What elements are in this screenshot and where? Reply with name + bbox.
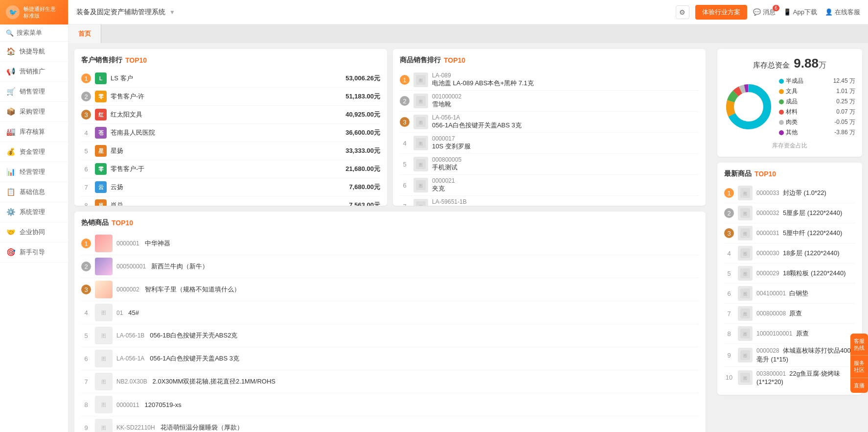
newest-product-row: 10 图 003800001 22g鱼豆腐·烧烤味 (1*12*20) [724,367,855,388]
tab-home[interactable]: 首页 [69,24,101,43]
customer-name: 苍南县人民医院 [111,128,342,137]
newest-product-name: 18多层 (1220*2440) [781,249,839,257]
sidebar-item-collab[interactable]: 🤝 企业协同 [0,222,68,242]
hot-product-row: 9 图 KK-SD22110H 花语萌恒温分腿睡袋（厚款） [81,416,699,432]
newest-product-info: 0000030 18多层 (1220*2440) [756,249,855,258]
newest-product-name: 18颗粒板 (1220*2440) [781,269,845,277]
logo-text: 畅捷通好生意 标准版 [23,5,56,20]
settings-icon[interactable]: ⚙ [676,5,689,19]
sidebar-item-inventory[interactable]: 🏭 库存核算 [0,122,68,142]
marketing-icon: 📢 [6,67,16,76]
float-live[interactable]: 直播 [850,378,868,393]
customer-name: 零售客户-于 [111,165,342,173]
product-rank-row: 3 图 LA-056-1A 056-1A白色按键开关盖ABS 3克 [400,112,699,133]
customer-avatar: 苍 [95,127,107,139]
newest-product-code: 003800001 [756,370,786,377]
svg-text:图: 图 [419,163,423,167]
newest-product-info: 0000031 5厘中纤 (1220*2440) [756,229,855,238]
management-icon: 📊 [6,167,16,177]
product-code: LA-59651-1B [432,198,699,205]
rank-num: 7 [81,378,91,385]
newest-product-image: 图 [738,348,753,362]
rank-num: 1 [400,75,410,85]
home-icon: 🏠 [6,47,16,56]
customer-name: 云扬 [111,183,345,192]
customer-name: 零售客户-许 [111,92,342,101]
sidebar-item-purchase[interactable]: 📦 采购管理 [0,102,68,122]
hot-products-table: 1 0000001 中华神器 2 000500001 新西兰牛肉（新牛） 3 0… [81,232,699,432]
hot-product-code: NB2.0X30B [116,378,147,385]
sidebar-item-guide[interactable]: 🎯 新手引导 [0,242,68,263]
float-customer-service[interactable]: 客服热线 [850,334,868,356]
svg-text:图: 图 [743,312,747,316]
newest-product-name: 5厘中纤 (1220*2440) [781,229,842,237]
hot-product-image: 图 [95,373,113,390]
rank-num: 2 [724,208,734,218]
customer-amount: 53,006.26元 [345,74,380,83]
newest-product-name: 5厘多层 (1220*2440) [781,209,842,216]
search-icon: 🔍 [6,29,14,37]
hot-product-code: LA-056-1B [116,332,144,339]
customer-amount: 21,680.00元 [345,165,380,173]
product-ranking-card: 商品销售排行 TOP10 1 图 LA-089 电池盖 LA-089 ABS本色… [393,49,706,206]
newest-product-row: 5 图 0000029 18颗粒板 (1220*2440) [724,264,855,284]
hot-product-image [95,281,113,298]
hot-products-card: 热销商品 TOP10 1 0000001 中华神器 2 000500001 新西… [74,212,706,432]
sidebar-item-finance[interactable]: 💰 资金管理 [0,142,68,162]
app-download-button[interactable]: 📱 App下载 [783,8,817,17]
hot-product-info: 0000011 12070519-xs [116,401,699,408]
svg-text:图: 图 [743,252,747,256]
online-service-button[interactable]: 👤 在线客服 [825,8,860,17]
newest-product-code: 004100001 [756,290,786,297]
rank-num: 7 [81,184,91,191]
product-info: LA-056-1A 056-1A白色按键开关盖ABS 3克 [432,114,699,130]
service-icon: 👤 [825,8,833,16]
svg-text:图: 图 [743,332,747,336]
hot-product-code: 0000011 [116,402,139,408]
newest-product-image: 图 [738,186,753,200]
hot-product-image [95,258,113,275]
sidebar-item-system[interactable]: ⚙️ 系统管理 [0,202,68,222]
rank-num: 1 [81,73,91,83]
hot-product-name: 中华神器 [145,240,170,247]
product-name: 10S 变刹罗服 [432,142,699,151]
svg-text:图: 图 [743,354,747,358]
newest-product-image: 图 [738,306,753,321]
newest-product-info: 0000033 封边带 (1.0*22) [756,189,855,197]
product-code: LA-089 [432,72,699,79]
sidebar-item-management[interactable]: 📊 经营管理 [0,162,68,182]
float-buttons: 客服热线 服务社区 直播 [850,334,868,393]
inventory-total: 库存总资金 9.88万 [724,56,855,71]
sidebar-item-basics[interactable]: 📋 基础信息 [0,182,68,202]
legend-value: -0.05 万 [834,118,855,126]
collab-icon: 🤝 [6,227,16,237]
legend-label: 半成品 [779,77,803,85]
legend-dot [779,79,784,84]
newest-product-code: 0000032 [756,210,779,216]
product-rank-row: 7 图 LA-59651-1B 59651-1B旋转投影灯电池盒ABS黑色+58… [400,196,699,206]
legend-label: 肉类 [779,118,798,126]
hot-product-info: 01 45# [116,309,699,316]
customer-rank-row: 8 肖 肖总 7,563.00元 [81,196,380,206]
customer-name: 肖总 [111,201,345,206]
customer-avatar: 肖 [95,199,107,206]
trial-button[interactable]: 体验行业方案 [695,5,747,20]
sidebar-item-sales[interactable]: 🛒 销售管理 [0,82,68,102]
float-community[interactable]: 服务社区 [850,356,868,378]
sidebar-item-quick-nav[interactable]: 🏠 快捷导航 [0,42,68,62]
main-area: 装备及固定资产辅助管理系统 ▼ ⚙ 体验行业方案 💬 消息 6 📱 App下载 … [69,0,868,432]
message-button[interactable]: 💬 消息 6 [753,8,776,17]
svg-text:图: 图 [419,184,423,188]
newest-product-info: 10000100001 原查 [756,329,855,338]
donut-chart [724,82,773,131]
left-panel: 客户销售排行 TOP10 1 L LS 客户 53,006.26元 2 零 零售… [69,43,711,432]
customer-rank-row: 4 苍 苍南县人民医院 36,600.00元 [81,124,380,142]
hot-product-row: 8 图 0000011 12070519-xs [81,393,699,416]
hot-product-image: 图 [95,350,113,367]
legend-value: 1.01 万 [836,87,855,96]
svg-text:图: 图 [743,192,747,196]
sidebar-item-marketing[interactable]: 📢 营销推广 [0,62,68,82]
sidebar-search[interactable]: 🔍 搜索菜单 [0,24,68,42]
product-name: 59651-1B旋转投影灯电池盒ABS黑色+58克 [432,205,699,206]
newest-product-info: 0000028 体城嘉枚味苏打饮品400毫升 (1*15) [756,346,855,364]
